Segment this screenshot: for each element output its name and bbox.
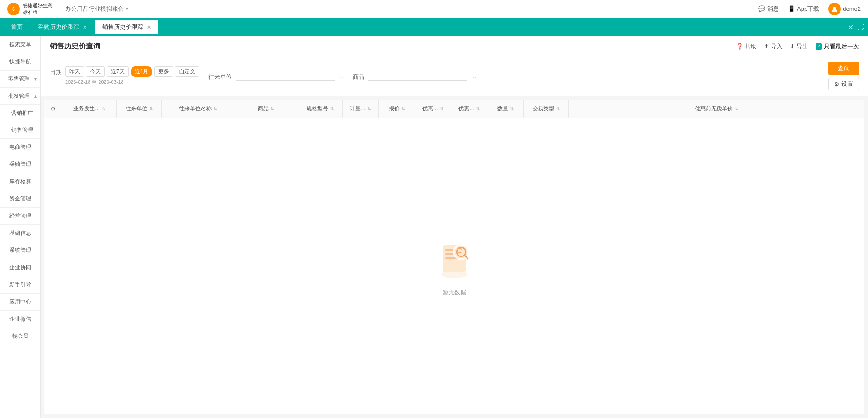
import-action[interactable]: ⬆ 导入 [764,43,783,51]
col-trans-type[interactable]: 交易类型 ⇅ [524,100,569,118]
message-icon: 💬 [758,5,765,12]
col-discount2[interactable]: 优惠... ⇅ [451,100,487,118]
page-actions: ❓ 帮助 ⬆ 导入 ⬇ 导出 ✓ 只看最后一次 [736,43,859,51]
header-left: 6 畅捷通好生意 标准版 办公用品行业模拟账套 ▾ [7,2,128,15]
page-header: 销售历史价查询 ❓ 帮助 ⬆ 导入 ⬇ 导出 ✓ [41,36,868,56]
col-qty[interactable]: 数量 ⇅ [487,100,524,118]
only-last-checkbox[interactable]: ✓ 只看最后一次 [816,43,859,51]
page-title-row: 销售历史价查询 ❓ 帮助 ⬆ 导入 ⬇ 导出 ✓ [50,42,859,56]
sort-icon: ⇅ [440,106,443,111]
app-download-action[interactable]: 📱 App下载 [788,5,819,13]
sort-icon: ⇅ [330,106,334,111]
checkbox-icon: ✓ [816,43,822,50]
sidebar-item-operations[interactable]: 经营管理 [0,208,40,225]
sidebar-item-retail-mgmt[interactable]: 零售管理 ▾ [0,71,40,88]
avatar [828,3,841,15]
sidebar-item-purchase-mgmt[interactable]: 采购管理 [0,156,40,173]
tab-sales-history-close[interactable]: ✕ [147,25,151,30]
col-partner-name[interactable]: 往来单位名称 ⇅ [162,100,234,118]
settings-icon: ⚙ [834,81,840,88]
tab-bar-actions: ✕ ⛶ [848,23,864,32]
page-title: 销售历史价查询 [50,42,100,51]
date-btn-more[interactable]: 更多 [154,66,173,77]
partner-filter-group: 往来单位 ... [208,71,344,81]
import-icon: ⬆ [764,43,769,50]
product-label: 商品 [353,71,364,81]
sidebar-item-app-center[interactable]: 应用中心 [0,294,40,311]
phone-icon: 📱 [788,5,795,12]
header-right: 💬 消息 📱 App下载 demo2 [758,3,861,15]
partner-input[interactable] [236,71,335,81]
sidebar-item-sales-mgmt[interactable]: 销售管理 [7,122,40,138]
sidebar-item-ecommerce[interactable]: 电商管理 [0,139,40,156]
date-btn-custom[interactable]: 自定义 [175,66,199,77]
col-gear[interactable]: ⚙ [44,100,62,118]
tab-bar: 首页 采购历史价跟踪 ✕ 销售历史价跟踪 ✕ ✕ ⛶ [0,18,868,36]
sidebar-item-basic-info[interactable]: 基础信息 [0,225,40,242]
date-btn-yesterday[interactable]: 昨天 [65,66,84,77]
date-filter-group: 日期 昨天 今天 近7天 近1月 更多 自定义 2023-02-18 至 202… [50,66,199,86]
sidebar-item-enterprise-collab[interactable]: 企业协同 [0,259,40,276]
export-action[interactable]: ⬇ 导出 [790,43,808,51]
query-area: 查询 ⚙ 设置 [828,62,859,90]
sort-icon: ⇅ [556,106,560,111]
sort-icon: ⇅ [735,106,738,111]
user-action[interactable]: demo2 [828,3,861,15]
partner-dots[interactable]: ... [339,73,344,80]
tab-close-all-icon[interactable]: ✕ [848,23,854,32]
sidebar-item-member[interactable]: 畅会员 [0,328,40,345]
date-btn-1month[interactable]: 近1月 [131,66,153,77]
partner-label: 往来单位 [208,71,232,81]
sidebar-item-finance[interactable]: 资金管理 [0,190,40,208]
sidebar-item-enterprise-wechat[interactable]: 企业微信 [0,311,40,328]
query-button[interactable]: 查询 [828,62,859,75]
sidebar-item-inventory[interactable]: 库存核算 [0,173,40,190]
col-unit[interactable]: 计量... ⇅ [343,100,379,118]
date-label: 日期 [50,66,61,76]
tab-purchase-history-label: 采购历史价跟踪 [38,23,79,31]
sort-icon: ⇅ [510,106,514,111]
col-partner-code[interactable]: 往来单位 ⇅ [117,100,162,118]
empty-state: 暂无数据 [44,118,864,414]
sidebar-item-system[interactable]: 系统管理 [0,242,40,259]
sort-icon: ⇅ [368,106,371,111]
tab-purchase-history[interactable]: 采购历史价跟踪 ✕ [31,20,94,34]
export-icon: ⬇ [790,43,795,50]
tab-sales-history[interactable]: 销售历史价跟踪 ✕ [95,20,158,34]
product-dots[interactable]: ... [471,73,476,80]
date-options: 昨天 今天 近7天 近1月 更多 自定义 2023-02-18 至 2023-0… [65,66,199,86]
logo-text: 畅捷通好生意 标准版 [23,2,52,15]
col-price[interactable]: 报价 ⇅ [379,100,415,118]
tab-fullscreen-icon[interactable]: ⛶ [857,23,864,31]
tab-home[interactable]: 首页 [4,20,30,34]
col-spec[interactable]: 规格型号 ⇅ [297,100,343,118]
top-header: 6 畅捷通好生意 标准版 办公用品行业模拟账套 ▾ 💬 消息 📱 App下载 d… [0,0,868,18]
date-btn-today[interactable]: 今天 [86,66,105,77]
expand-icon: ▴ [34,94,37,99]
tab-purchase-history-close[interactable]: ✕ [83,25,87,30]
col-product[interactable]: 商品 ⇅ [234,100,297,118]
sidebar: 搜索菜单 快捷导航 零售管理 ▾ 批发管理 ▴ 营销推广 销售管理 电商管理 采… [0,36,41,418]
tab-sales-history-label: 销售历史价跟踪 [102,23,143,31]
date-btn-row: 昨天 今天 近7天 近1月 更多 自定义 [65,66,199,77]
message-action[interactable]: 💬 消息 [758,5,779,13]
svg-text:6: 6 [12,7,15,12]
col-discount1[interactable]: 优惠... ⇅ [415,100,451,118]
settings-button[interactable]: ⚙ 设置 [828,78,859,90]
date-range-display: 2023-02-18 至 2023-03-18 [65,79,199,86]
gear-icon: ⚙ [51,106,56,112]
expand-icon: ▾ [34,76,37,81]
sidebar-item-new-guide[interactable]: 新手引导 [0,276,40,294]
product-input[interactable] [368,71,467,81]
date-btn-7days[interactable]: 近7天 [107,66,129,77]
sidebar-item-marketing[interactable]: 营销推广 [7,105,40,122]
help-action[interactable]: ❓ 帮助 [736,43,757,51]
logo-area: 6 畅捷通好生意 标准版 [7,2,52,15]
col-biz-date[interactable]: 业务发生... ⇅ [62,100,117,118]
sort-icon: ⇅ [270,106,274,111]
col-tax-price[interactable]: 优惠前无税单价 ⇅ [569,100,864,118]
sidebar-item-quick-nav[interactable]: 快捷导航 [0,53,40,71]
table-area: ⚙ 业务发生... ⇅ 往来单位 ⇅ 往来单位名称 ⇅ 商品 ⇅ [44,100,864,414]
sidebar-item-wholesale-mgmt[interactable]: 批发管理 ▴ [0,88,40,105]
sidebar-item-search-menu[interactable]: 搜索菜单 [0,36,40,53]
